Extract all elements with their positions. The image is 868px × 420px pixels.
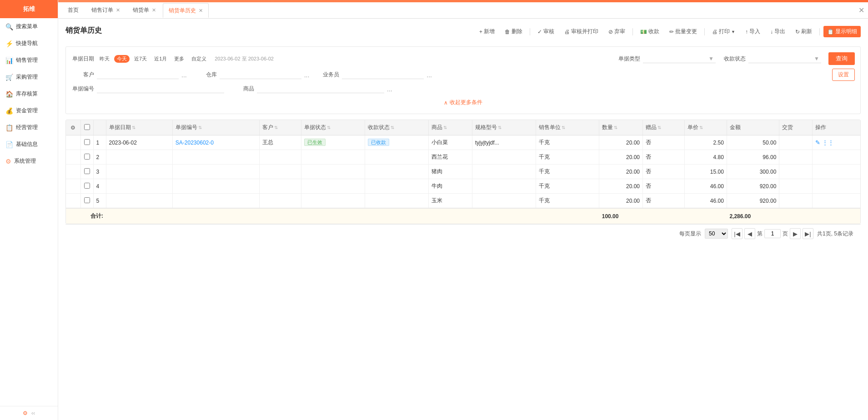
prev-page-button[interactable]: ◀ xyxy=(744,228,755,239)
audit-button[interactable]: ✓ 审核 xyxy=(534,26,558,37)
export-label: 导出 xyxy=(774,28,785,35)
doc-type-dropdown-icon: ▼ xyxy=(708,55,714,62)
staff-input[interactable] xyxy=(342,70,424,79)
row-customer xyxy=(259,150,301,165)
sidebar-item-inventory[interactable]: 🏠 库存核算 xyxy=(0,85,58,102)
th-gear[interactable]: ⚙ xyxy=(66,120,80,135)
sidebar-item-ops-mgmt[interactable]: 📋 经营管理 xyxy=(0,119,58,136)
row-gear xyxy=(66,150,80,165)
row-checkbox[interactable] xyxy=(80,165,93,179)
add-button[interactable]: + 新增 xyxy=(476,26,498,37)
sidebar-item-sales-mgmt[interactable]: 📊 销售管理 xyxy=(0,52,58,69)
sidebar-item-purchase-mgmt[interactable]: 🛒 采购管理 xyxy=(0,69,58,85)
tab-home[interactable]: 首页 xyxy=(62,3,85,18)
refresh-label: 刷新 xyxy=(801,28,812,35)
row-customer xyxy=(259,194,301,209)
tab-sales-delivery[interactable]: 销货单 ✕ xyxy=(127,3,162,18)
row-checkbox[interactable] xyxy=(80,194,93,209)
tab-sales-history-close[interactable]: ✕ xyxy=(199,8,203,14)
th-gift[interactable]: 赠品⇅ xyxy=(643,120,685,135)
warehouse-ellipsis[interactable]: ... xyxy=(304,71,310,79)
collapse-label: 收起更多条件 xyxy=(450,99,482,106)
th-qty[interactable]: 数量⇅ xyxy=(599,120,643,135)
th-doc-status[interactable]: 单据状态⇅ xyxy=(301,120,365,135)
sidebar-item-base-info[interactable]: 📄 基础信息 xyxy=(0,136,58,153)
goods-input[interactable] xyxy=(257,85,384,93)
page-size-select[interactable]: 50 100 200 xyxy=(705,229,728,239)
date-pill-more[interactable]: 更多 xyxy=(171,55,187,63)
edit-action-icon[interactable]: ✎ xyxy=(815,139,820,146)
row-gear xyxy=(66,179,80,194)
row-num: 2 xyxy=(93,150,106,165)
last-page-button[interactable]: ▶| xyxy=(803,228,813,239)
th-price[interactable]: 单价⇅ xyxy=(685,120,727,135)
th-customer[interactable]: 客户⇅ xyxy=(259,120,301,135)
more-action-icon[interactable]: ⋮⋮ xyxy=(822,139,834,146)
show-detail-button[interactable]: 📋 显示明细 xyxy=(823,26,861,37)
staff-ellipsis[interactable]: ... xyxy=(426,71,432,79)
refresh-button[interactable]: ↻ 刷新 xyxy=(792,26,816,37)
doc-no-link[interactable]: SA-20230602-0 xyxy=(176,140,214,146)
tab-sales-history[interactable]: 销货单历史 ✕ xyxy=(163,3,209,18)
warehouse-input[interactable] xyxy=(220,70,301,79)
sidebar-item-quick-nav[interactable]: ⚡ 快捷导航 xyxy=(0,35,58,52)
row-doc-date xyxy=(106,194,172,209)
delete-button[interactable]: 🗑 删除 xyxy=(501,26,526,37)
batch-change-button[interactable]: ✏ 批量变更 xyxy=(666,26,701,37)
th-doc-date[interactable]: 单据日期⇅ xyxy=(106,120,172,135)
abandon-button[interactable]: ⊘ 弃审 xyxy=(605,26,629,37)
query-button[interactable]: 查询 xyxy=(828,52,855,65)
first-page-button[interactable]: |◀ xyxy=(732,228,743,239)
customer-ellipsis[interactable]: ... xyxy=(181,71,187,79)
th-spec[interactable]: 规格型号⇅ xyxy=(472,120,536,135)
data-table: ⚙ 单据日期⇅ 单据编号⇅ 客户⇅ 单据状态⇅ 收款状态⇅ 商品⇅ 规格型号⇅ … xyxy=(65,120,861,224)
row-doc-no[interactable]: SA-20230602-0 xyxy=(172,135,259,150)
date-pill-today[interactable]: 今天 xyxy=(114,55,130,63)
payment-status-select[interactable]: ▼ xyxy=(748,55,821,63)
customer-input[interactable] xyxy=(97,70,179,79)
table-row: 4 牛肉 千克 20.00 否 46.00 920.00 xyxy=(66,179,860,194)
th-doc-no[interactable]: 单据编号⇅ xyxy=(172,120,259,135)
date-pill-yesterday[interactable]: 昨天 xyxy=(97,55,112,63)
th-amount[interactable]: 金额 xyxy=(727,120,779,135)
settings-button[interactable]: 设置 xyxy=(832,69,855,81)
th-checkbox[interactable] xyxy=(80,120,93,135)
row-spec xyxy=(472,150,536,165)
date-pill-7days[interactable]: 近7天 xyxy=(131,55,150,63)
sidebar-item-search-menu[interactable]: 🔍 搜索菜单 xyxy=(0,18,58,35)
collapse-button[interactable]: ∧ 收起更多条件 xyxy=(71,97,855,108)
row-checkbox[interactable] xyxy=(80,135,93,150)
sidebar-item-finance-mgmt[interactable]: 💰 资金管理 xyxy=(0,102,58,119)
select-all-checkbox[interactable] xyxy=(84,124,90,130)
sidebar-collapse-icon[interactable]: ‹‹ xyxy=(31,410,35,416)
abandon-label: 弃审 xyxy=(614,28,625,35)
date-pill-custom[interactable]: 自定义 xyxy=(189,55,209,63)
filter-date: 单据日期 昨天 今天 近7天 近1月 更多 自定义 2023-06-02 至 2… xyxy=(71,55,274,63)
tab-sales-order-close[interactable]: ✕ xyxy=(116,7,120,13)
tab-sales-order[interactable]: 销售订单 ✕ xyxy=(85,3,126,18)
tab-sales-delivery-close[interactable]: ✕ xyxy=(152,7,156,13)
doc-type-select[interactable]: ▼ xyxy=(643,55,716,63)
quick-nav-icon: ⚡ xyxy=(5,40,13,47)
th-unit[interactable]: 销售单位⇅ xyxy=(536,120,599,135)
date-pill-1month[interactable]: 近1月 xyxy=(151,55,170,63)
print-button[interactable]: 🖨 打印 ▼ xyxy=(708,26,739,37)
export-button[interactable]: ↓ 导出 xyxy=(767,26,789,37)
goods-ellipsis[interactable]: ... xyxy=(387,85,392,93)
collect-button[interactable]: 💵 收款 xyxy=(637,26,663,37)
page-number-input[interactable] xyxy=(764,229,781,238)
row-gear xyxy=(66,135,80,150)
row-checkbox[interactable] xyxy=(80,179,93,194)
close-all-tabs-button[interactable]: ✕ xyxy=(858,6,864,15)
import-button[interactable]: ↑ 导入 xyxy=(742,26,764,37)
th-goods[interactable]: 商品⇅ xyxy=(428,120,472,135)
collect-icon: 💵 xyxy=(640,29,647,35)
audit-print-button[interactable]: 🖨 审核并打印 xyxy=(561,26,602,37)
sidebar-settings-icon[interactable]: ⚙ xyxy=(23,410,28,416)
row-customer xyxy=(259,165,301,179)
next-page-button[interactable]: ▶ xyxy=(790,228,801,239)
th-payment-status[interactable]: 收款状态⇅ xyxy=(365,120,428,135)
row-checkbox[interactable] xyxy=(80,150,93,165)
sidebar-item-sys-mgmt[interactable]: ⚙ 系统管理 xyxy=(0,153,58,170)
doc-no-input[interactable] xyxy=(97,85,224,93)
